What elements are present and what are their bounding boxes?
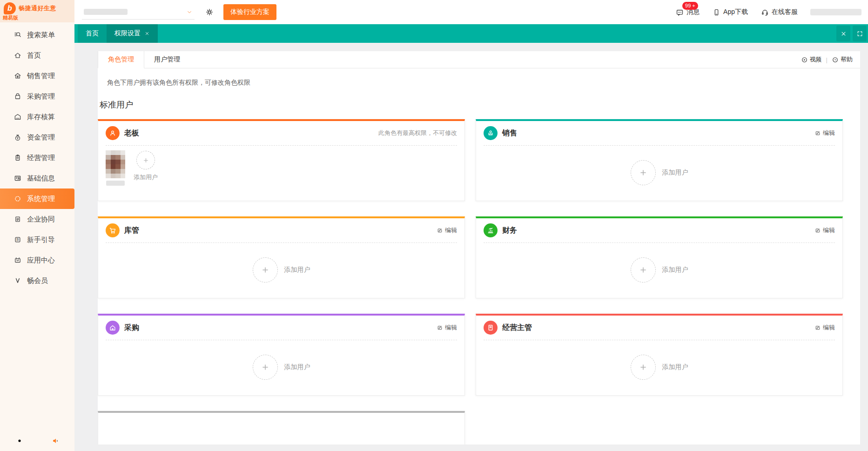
tab-role-management[interactable]: 角色管理 [98,51,144,68]
permission-panel: 角色管理 用户管理 视频 | 帮助 角色下用户拥有该角色所有权限，可修改角色权限… [98,51,860,444]
role-card-partial: 添加用户 [98,411,465,444]
sidebar-item-label: 系统管理 [27,195,55,203]
add-user-button[interactable] [136,151,155,169]
plus-icon [638,168,648,178]
guide-icon [13,236,22,244]
sidebar-item-funds[interactable]: 资金管理 [0,127,74,148]
sidebar-item-app-center[interactable]: 应用中心 [0,250,74,270]
edit-role-button[interactable]: 编辑 [814,323,835,332]
content-area: 角色管理 用户管理 视频 | 帮助 角色下用户拥有该角色所有权限，可修改角色权限… [74,43,868,451]
topbar-right: 消息 99 + App下载 在线客服 [675,8,861,17]
edit-pencil-icon [814,324,821,331]
role-card-procurement: 采购 编辑 添加用户 [98,314,465,396]
app-center-icon [13,256,22,264]
add-user-button[interactable] [631,355,656,380]
basic-info-icon [13,174,22,182]
topbar-item-app-download[interactable]: App下载 [712,8,748,17]
gear-icon[interactable] [205,7,214,17]
experience-solution-button[interactable]: 体验行业方案 [223,4,276,20]
topbar-item-messages[interactable]: 消息 99 + [675,8,700,17]
edit-pencil-icon [437,227,443,234]
inventory-icon [13,113,22,121]
home-icon [13,51,22,60]
sidebar-item-system[interactable]: 系统管理 [0,188,74,209]
edit-pencil-icon [437,324,443,331]
edit-pencil-icon [814,227,821,234]
plus-icon [638,265,648,275]
links-divider: | [826,56,828,63]
plus-icon [638,362,648,372]
operations-icon [13,154,22,162]
brand-logo-icon: b [4,2,16,14]
message-count-badge: 99 + [682,2,698,10]
edit-role-button[interactable]: 编辑 [814,129,835,137]
sales-icon [13,72,22,80]
sidebar-item-operations[interactable]: 经营管理 [0,148,74,168]
sidebar-item-sales[interactable]: 销售管理 [0,66,74,86]
role-card-warehouse: 库管 编辑 添加用户 [98,216,465,298]
help-link[interactable]: 帮助 [832,55,853,64]
add-user-button[interactable] [253,355,278,380]
video-link[interactable]: 视频 [801,55,822,64]
sidebar-item-label: 库存核算 [27,113,55,121]
tab-user-management[interactable]: 用户管理 [144,51,190,68]
tab-permission-settings[interactable]: 权限设置 [107,24,158,43]
sidebar-item-member[interactable]: 畅会员 [0,270,74,291]
topbar-item-online-service[interactable]: 在线客服 [760,8,798,17]
sidebar-item-purchase[interactable]: 采购管理 [0,86,74,107]
user-name-blur [106,181,125,186]
sidebar-item-basic-info[interactable]: 基础信息 [0,168,74,188]
account-set-name-blur [84,9,128,15]
sidebar-item-home[interactable]: 首页 [0,45,74,66]
account-set-selector[interactable] [82,5,195,20]
add-user-button[interactable] [631,160,656,185]
tab-home[interactable]: 首页 [78,24,107,43]
finance-role-icon [484,223,498,237]
edit-role-button[interactable]: 编辑 [437,323,457,332]
collaboration-icon [13,215,22,223]
panel-tabs: 角色管理 用户管理 视频 | 帮助 [98,51,860,68]
procurement-role-icon [106,321,120,335]
sidebar-item-guide[interactable]: 新手引导 [0,229,74,250]
edit-role-button[interactable]: 编辑 [437,226,457,235]
message-icon [675,8,684,17]
play-circle-icon [801,56,808,63]
settings-gear-icon[interactable] [15,436,24,445]
logo-block: b 畅捷通好生意 精易版 [0,0,74,22]
sidebar-item-search-menu[interactable]: 搜索菜单 [0,25,74,45]
sidebar-item-label: 新手引导 [27,236,55,244]
role-cards-grid: 老板 此角色有最高权限，不可修改 [98,119,860,444]
role-card-finance: 财务 编辑 添加用户 [476,216,843,298]
sidebar-item-label: 应用中心 [27,256,55,265]
sidebar-item-collaboration[interactable]: 企业协同 [0,209,74,229]
question-circle-icon [832,56,839,63]
add-user-button[interactable] [253,257,278,283]
edit-role-button[interactable]: 编辑 [814,226,835,235]
phone-icon [712,8,721,17]
purchase-icon [13,92,22,101]
sidebar-item-inventory[interactable]: 库存核算 [0,107,74,127]
funds-icon [13,133,22,141]
sales-role-icon [484,126,498,140]
chevron-down-icon [186,9,193,15]
boss-role-icon [106,126,120,140]
close-all-tabs-button[interactable] [836,26,850,41]
tab-close-icon[interactable] [144,31,150,36]
member-icon [13,276,22,285]
sidebar-item-label: 销售管理 [27,72,55,81]
fullscreen-button[interactable] [853,26,867,41]
sidebar: b 畅捷通好生意 精易版 搜索菜单 首页 销售管理 采购管理 库存核算 资金管理… [0,0,74,451]
collapse-volume-icon[interactable] [51,436,61,445]
section-title: 标准用户 [100,99,860,110]
add-user-button[interactable] [631,257,656,283]
sidebar-item-label: 经营管理 [27,154,55,162]
sidebar-item-label: 资金管理 [27,133,55,142]
account-name-blur[interactable] [810,9,861,15]
plus-icon [142,156,150,164]
role-card-sales: 销售 编辑 添加用户 [476,119,843,201]
system-icon [13,195,22,203]
search-menu-icon [13,31,22,39]
sidebar-item-label: 基础信息 [27,174,55,183]
topbar: 体验行业方案 消息 99 + App下载 在线客服 [74,0,868,24]
user-avatar[interactable] [105,150,126,186]
